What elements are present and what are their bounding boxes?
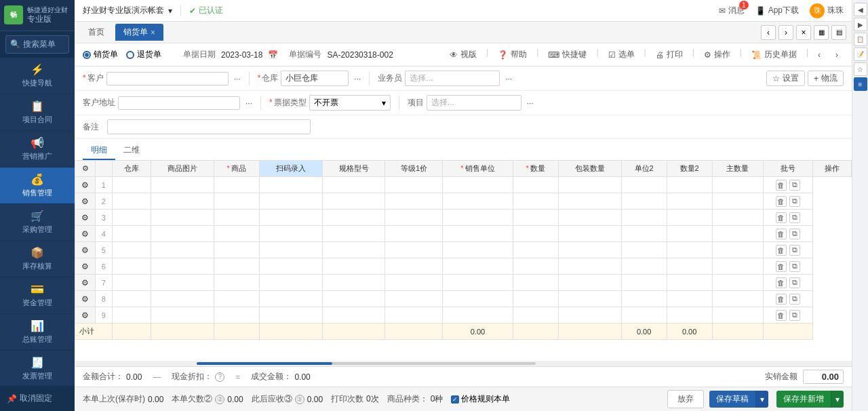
app-download-button[interactable]: 📱 App下载 — [755, 5, 799, 16]
price-rule-checkbox[interactable]: ✓ 价格规则本单 — [451, 393, 510, 405]
cell[interactable] — [558, 291, 621, 307]
radio-return-order[interactable]: 退货单 — [126, 49, 161, 60]
action-print-btn[interactable]: 🖨 打印 — [650, 47, 688, 62]
cell[interactable] — [214, 307, 259, 324]
logistics-button[interactable]: + 物流 — [808, 71, 844, 86]
cell[interactable] — [322, 307, 385, 324]
cell[interactable] — [151, 193, 214, 210]
action-history-btn[interactable]: 📜 历史单据 — [746, 47, 802, 62]
cell[interactable] — [385, 226, 443, 242]
cell[interactable] — [667, 177, 712, 193]
row-delete-button[interactable]: 🗑 — [776, 245, 787, 256]
right-btn-3[interactable]: 📋 — [854, 33, 867, 46]
save-draft-button[interactable]: 保存草稿 — [709, 391, 755, 408]
tab-sales-order[interactable]: 销货单 × — [115, 24, 163, 41]
row-gear-cell[interactable]: ⚙ — [75, 177, 96, 193]
project-input[interactable]: 选择... — [427, 95, 521, 111]
sidebar-item-inventory[interactable]: 📦 库存核算 — [0, 241, 75, 277]
tab-grid1-button[interactable]: ▦ — [814, 25, 829, 40]
cell[interactable] — [621, 258, 667, 275]
sidebar-item-invoice[interactable]: 🧾 发票管理 — [0, 351, 75, 386]
tab-next-button[interactable]: › — [778, 25, 793, 40]
cell[interactable] — [621, 242, 667, 258]
setup-button[interactable]: ☆ 设置 — [766, 71, 805, 86]
action-select-btn[interactable]: ☑ 选单 — [603, 47, 640, 62]
cell[interactable] — [443, 177, 513, 193]
row-delete-button[interactable]: 🗑 — [776, 212, 787, 223]
row-copy-button[interactable]: ⧉ — [789, 310, 800, 321]
cell[interactable] — [322, 242, 385, 258]
cell[interactable] — [513, 177, 558, 193]
row-delete-button[interactable]: 🗑 — [776, 310, 787, 321]
cell[interactable] — [443, 193, 513, 210]
cell[interactable] — [385, 242, 443, 258]
cell[interactable] — [513, 307, 558, 324]
action-prev-btn[interactable]: ‹ — [812, 47, 826, 62]
cell[interactable] — [667, 193, 712, 210]
cell[interactable] — [112, 291, 151, 307]
cell[interactable] — [558, 226, 621, 242]
action-next-btn[interactable]: › — [830, 47, 844, 62]
col-price[interactable]: 等级1价 — [385, 161, 443, 177]
cell[interactable] — [513, 258, 558, 275]
cell[interactable] — [214, 210, 259, 226]
col-goods[interactable]: 商品 — [214, 161, 259, 177]
cell[interactable] — [214, 193, 259, 210]
cell[interactable] — [712, 226, 763, 242]
cell[interactable] — [214, 242, 259, 258]
cell[interactable] — [712, 275, 763, 291]
col-settings[interactable]: ⚙ — [75, 161, 96, 177]
tab-home[interactable]: 首页 — [80, 24, 113, 41]
cell[interactable] — [112, 210, 151, 226]
warehouse-input[interactable]: 小巨仓库 — [281, 71, 349, 86]
cell[interactable] — [385, 275, 443, 291]
staff-select-dots[interactable]: ··· — [505, 74, 512, 83]
cell[interactable] — [712, 307, 763, 324]
cell[interactable] — [259, 307, 322, 324]
row-delete-button[interactable]: 🗑 — [776, 180, 787, 191]
cell[interactable] — [385, 210, 443, 226]
cell[interactable] — [259, 177, 322, 193]
save-draft-dropdown[interactable]: ▾ — [755, 391, 768, 408]
note-input[interactable] — [107, 119, 311, 134]
cell[interactable] — [151, 210, 214, 226]
cell[interactable] — [443, 258, 513, 275]
cell[interactable] — [712, 210, 763, 226]
col-unit[interactable]: 销售单位 — [443, 161, 513, 177]
cell[interactable] — [112, 177, 151, 193]
row-copy-button[interactable]: ⧉ — [789, 294, 800, 305]
cell[interactable] — [151, 177, 214, 193]
col-scan[interactable]: 扫码录入 — [259, 161, 322, 177]
unpin-button[interactable]: 📌 取消固定 — [4, 390, 71, 407]
ticket-select[interactable]: 不开票 ▾ — [309, 95, 391, 111]
cell[interactable] — [322, 275, 385, 291]
row-copy-button[interactable]: ⧉ — [789, 212, 800, 223]
cell[interactable] — [151, 307, 214, 324]
warehouse-select-dots[interactable]: ··· — [354, 74, 361, 83]
cell[interactable] — [151, 291, 214, 307]
row-copy-button[interactable]: ⧉ — [789, 245, 800, 256]
scrollbar-thumb[interactable] — [197, 362, 332, 365]
address-select-dots[interactable]: ··· — [245, 98, 252, 108]
row-copy-button[interactable]: ⧉ — [789, 180, 800, 191]
cell[interactable] — [112, 258, 151, 275]
tab-prev-button[interactable]: ‹ — [761, 25, 776, 40]
cell[interactable] — [558, 193, 621, 210]
staff-input[interactable]: 选择... — [405, 71, 500, 86]
message-button[interactable]: ✉ 消息 1 — [719, 5, 745, 16]
cell[interactable] — [621, 210, 667, 226]
cell[interactable] — [513, 291, 558, 307]
cell[interactable] — [621, 193, 667, 210]
action-operate-btn[interactable]: ⚙ 操作 — [698, 47, 736, 62]
cell[interactable] — [712, 193, 763, 210]
cell[interactable] — [322, 258, 385, 275]
sidebar-item-marketing[interactable]: 📢 营销推广 — [0, 131, 75, 168]
user-menu[interactable]: 珠 珠珠 — [810, 3, 844, 18]
cell[interactable] — [513, 275, 558, 291]
cell[interactable] — [259, 226, 322, 242]
address-input[interactable] — [118, 96, 240, 110]
cell[interactable] — [259, 242, 322, 258]
cell[interactable] — [322, 193, 385, 210]
cell[interactable] — [322, 177, 385, 193]
tab-close-icon[interactable]: × — [151, 28, 155, 37]
